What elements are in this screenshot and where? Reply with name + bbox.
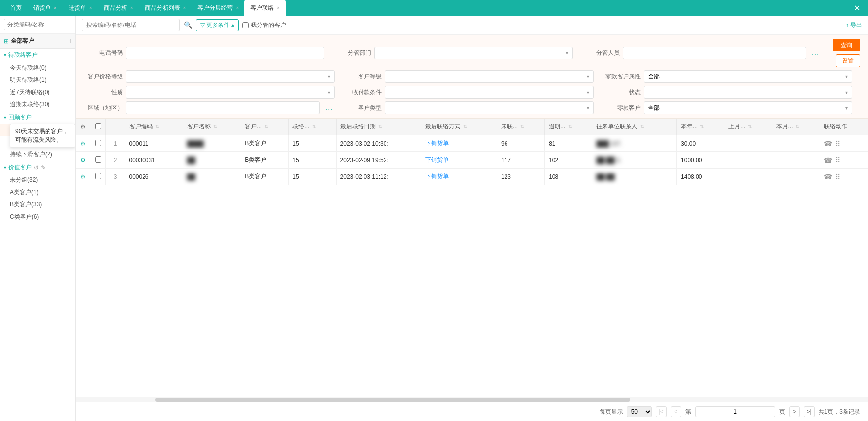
status-select[interactable]: ▾ [644,86,852,99]
tab-purchase-order[interactable]: 进货单 × [63,0,98,16]
row-checkbox-2[interactable] [95,173,101,179]
edit-icon[interactable]: ✎ [41,164,46,171]
th-uncontacted[interactable]: 未联... ⇅ [497,119,544,135]
scrollbar-thumb[interactable] [155,398,630,402]
td-checkbox-1[interactable] [91,152,105,169]
action-contact-icon-1[interactable]: ☎ [824,156,832,164]
tab-customer-contact[interactable]: 客户联络 × [244,0,286,16]
row-settings-icon-2[interactable]: ⚙ [80,173,86,180]
sidebar-item-overdue-pending[interactable]: 逾期未联络(30) [0,99,75,111]
tab-close-customer-layer[interactable]: × [236,5,239,11]
export-button[interactable]: ↑ 导出 [846,21,862,29]
refresh-icon[interactable]: ↺ [34,164,39,171]
td-checkbox-0[interactable] [91,135,105,152]
th-customer-name[interactable]: 客户名称 ⇅ [183,119,241,135]
tab-customer-layer[interactable]: 客户分层经营 × [192,0,244,16]
sidebar-item-today-pending[interactable]: 今天待联络(0) [0,62,75,74]
sidebar-item-declining[interactable]: 持续下滑客户(2) [0,149,75,161]
action-more-icon-0[interactable]: ⠿ [835,140,840,148]
customer-type-select[interactable]: ▾ [385,101,593,114]
tab-close-customer-contact[interactable]: × [277,5,280,11]
select-all-checkbox[interactable] [95,123,101,129]
tab-close-product-analysis-list[interactable]: × [183,5,186,11]
per-page-select[interactable]: 50 10 20 100 [627,406,652,417]
current-page-input[interactable] [695,406,775,417]
row-settings-icon-1[interactable]: ⚙ [80,157,86,164]
tab-close-purchase-order[interactable]: × [89,5,92,11]
sidebar-group-pending[interactable]: ▾ 待联络客户 [0,49,75,62]
query-button[interactable]: 查询 [833,39,860,51]
horizontal-scrollbar[interactable] [76,397,868,402]
sidebar-group-value[interactable]: ▾ 价值客户 ↺ ✎ [0,161,75,174]
th-last-contact-method[interactable]: 最后联络方式 ⇅ [421,119,497,135]
tab-close-product-analysis[interactable]: × [130,5,133,11]
th-customer-type[interactable]: 客户... ⇅ [241,119,289,135]
manager-more-button[interactable]: … [809,49,821,57]
row-checkbox-0[interactable] [95,140,101,146]
window-close-button[interactable]: ✕ [850,3,864,13]
row-settings-icon-0[interactable]: ⚙ [80,140,86,147]
td-row-settings-1[interactable]: ⚙ [76,152,91,169]
settings-button[interactable]: 设置 [836,54,860,67]
filter-search-button[interactable]: 🔍 [184,21,192,29]
tab-close-sales-order[interactable]: × [54,5,57,11]
sidebar-group-review[interactable]: ▾ 回顾客户 [0,111,75,124]
first-page-button[interactable]: |< [656,406,667,417]
action-more-icon-2[interactable]: ⠿ [835,173,840,181]
td-row-settings-2[interactable]: ⚙ [76,169,91,185]
payment-select[interactable]: ▾ [385,86,593,99]
sidebar-all-customers[interactable]: ⊞ 全部客户 《 [0,34,75,49]
table-settings-icon[interactable]: ⚙ [80,124,86,130]
td-checkbox-2[interactable] [91,169,105,185]
sidebar-item-b-customers[interactable]: B类客户(33) [0,198,75,211]
last-contact-method-link-0[interactable]: 下销货单 [425,140,449,147]
tab-sales-order[interactable]: 销货单 × [27,0,63,16]
region-input[interactable] [126,101,320,114]
price-level-select[interactable]: ▾ [126,70,335,83]
filter-more-button[interactable]: ▽ 更多条件 ▴ [196,19,239,31]
prev-page-button[interactable]: < [671,406,681,417]
td-last-contact-method-0[interactable]: 下销货单 [421,135,497,152]
sidebar-search-input[interactable] [4,19,76,30]
th-unit-contacts[interactable]: 往来单位联系人 ⇅ [592,119,677,135]
th-checkbox[interactable] [91,119,105,135]
th-settings[interactable]: ⚙ [76,119,91,135]
td-last-contact-method-2[interactable]: 下销货单 [421,169,497,185]
row-checkbox-1[interactable] [95,156,101,163]
sidebar-item-week-pending[interactable]: 近7天待联络(0) [0,86,75,99]
th-customer-code[interactable]: 客户编码 ⇅ [125,119,183,135]
phone-input[interactable] [126,47,324,59]
zero-sales-attr-select[interactable]: 全部 ▾ [644,70,852,83]
td-row-settings-0[interactable]: ⚙ [76,135,91,152]
manager-input[interactable] [623,47,806,59]
filter-search-input[interactable] [82,19,180,31]
th-last-contact-date[interactable]: 最后联络日期 ⇅ [336,119,421,135]
th-overdue[interactable]: 逾期... ⇅ [545,119,592,135]
th-contact[interactable]: 联络... ⇅ [289,119,336,135]
sidebar-item-tomorrow-pending[interactable]: 明天待联络(1) [0,74,75,86]
my-customers-filter[interactable]: 我分管的客户 [242,21,286,29]
dept-select[interactable]: ▾ [374,47,573,59]
zero-sales-select[interactable]: 全部 ▾ [644,101,852,114]
th-last-month[interactable]: 上月... ⇅ [724,119,772,135]
my-customers-checkbox[interactable] [242,22,249,28]
sidebar-item-churn-warning[interactable]: 流失预警客户(3) ● [0,124,75,136]
region-more-button[interactable]: … [323,103,335,112]
action-more-icon-1[interactable]: ⠿ [835,156,840,164]
sidebar-item-c-customers[interactable]: C类客户(6) [0,211,75,223]
last-contact-method-link-1[interactable]: 下销货单 [425,156,449,163]
tab-product-analysis[interactable]: 商品分析 × [98,0,139,16]
action-contact-icon-2[interactable]: ☎ [824,173,832,181]
sidebar-item-a-customers[interactable]: A类客户(1) [0,186,75,198]
sidebar-item-churned[interactable]: 已流失客户(24) [0,136,75,149]
tab-product-analysis-list[interactable]: 商品分析列表 × [139,0,192,16]
last-contact-method-link-2[interactable]: 下销货单 [425,173,449,180]
tab-home[interactable]: 首页 [4,0,27,16]
gender-select[interactable]: ▾ [126,86,335,99]
td-last-contact-method-1[interactable]: 下销货单 [421,152,497,169]
sidebar-item-ungroup[interactable]: 未分组(32) [0,174,75,186]
th-this-year[interactable]: 本年... ⇅ [677,119,724,135]
action-contact-icon-0[interactable]: ☎ [824,140,832,148]
next-page-button[interactable]: > [789,406,800,417]
th-this-month[interactable]: 本月... ⇅ [772,119,820,135]
